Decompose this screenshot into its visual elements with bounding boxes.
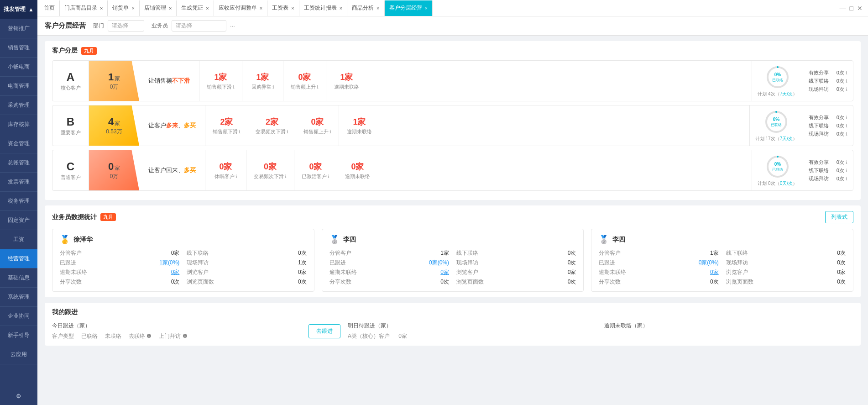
sidebar-collapse-icon[interactable]: ▲ (28, 6, 34, 13)
tab-close-工资统计报表[interactable]: × (340, 5, 342, 11)
sidebar-item-工资[interactable]: 工资 (0, 230, 37, 249)
staff-metric-1-4[interactable]: 逾期未联络0家 (329, 268, 449, 276)
sidebar-settings[interactable]: ⚙ (0, 387, 37, 405)
dept-label: 部门 (93, 22, 104, 30)
staff-name-row-2: 🥈李四 (599, 235, 846, 245)
tab-商品分析[interactable]: 商品分析× (347, 0, 384, 16)
staff-section: 业务员数据统计 九月 列表式 🥇徐泽华分管客户0家线下联络0次已跟进1家(0%)… (45, 205, 861, 297)
staff-metrics-0: 分管客户0家线下联络0次已跟进1家(0%)现场拜访1次逾期未联络0家浏览客户0家… (60, 249, 307, 286)
staff-card-1: 🥈李四分管客户1家线下联络0次已跟进0家(0%)现场拜访0次逾期未联络0家浏览客… (322, 229, 584, 292)
tier-big-num-C: 0 (108, 161, 114, 173)
overdue-label: 逾期未联络（家） (604, 322, 853, 330)
list-view-button[interactable]: 列表式 (825, 211, 853, 223)
maximize-button[interactable]: □ (850, 5, 853, 12)
staff-metric-1-2[interactable]: 已跟进0家(0%) (329, 259, 449, 267)
sidebar-item-税务管理[interactable]: 税务管理 (0, 192, 37, 211)
sidebar-item-采购管理[interactable]: 采购管理 (0, 96, 37, 115)
sidebar-header: 批发管理 ▲ (0, 0, 37, 19)
tier-stat-B-0[interactable]: 2家销售额下滑ℹ (205, 105, 248, 146)
staff-medal-1: 🥈 (329, 235, 340, 245)
staff-metric-0-3: 现场拜访1次 (187, 259, 306, 267)
staff-metric-2-4[interactable]: 逾期未联络0家 (599, 268, 718, 276)
tab-close-工资表[interactable]: × (291, 5, 294, 11)
sidebar-item-基础信息[interactable]: 基础信息 (0, 268, 37, 288)
tab-close-应收应付调整单[interactable]: × (260, 5, 262, 11)
sidebar-item-云应用[interactable]: 云应用 (0, 345, 37, 364)
right-stat-item-线下联络: 线下联络0次 ℹ (809, 78, 847, 84)
tier-stat-B-3[interactable]: 1家逾期未联络 (339, 105, 380, 146)
staff-metric-1-6: 分享次数0次 (329, 278, 449, 286)
sidebar-item-销售管理[interactable]: 销售管理 (0, 38, 37, 58)
staff-section-header: 业务员数据统计 九月 列表式 (52, 211, 853, 223)
tier-stat-B-1[interactable]: 2家交易频次下滑ℹ (248, 105, 296, 146)
tab-工资表[interactable]: 工资表× (267, 0, 299, 16)
right-stat-item-有效分享: 有效分享0次 ℹ (809, 114, 847, 121)
staff-metric-2-2[interactable]: 已跟进0家(0%) (599, 259, 718, 267)
tomorrow-followup-label: 明日待跟进（家） (348, 322, 597, 330)
tier-stat-C-0[interactable]: 0家休眠客户ℹ (205, 150, 246, 190)
tab-close-生成凭证[interactable]: × (206, 5, 209, 11)
tab-生成凭证[interactable]: 生成凭证× (177, 0, 214, 16)
minimize-button[interactable]: — (840, 5, 846, 12)
tier-stat-B-2[interactable]: 0家销售额上升ℹ (296, 105, 339, 146)
staff-select[interactable]: 请选择 (172, 20, 226, 32)
svg-point-4 (766, 112, 786, 132)
sidebar-item-库存核算[interactable]: 库存核算 (0, 115, 37, 134)
dept-select[interactable]: 请选择 (108, 20, 144, 32)
staff-medal-0: 🥇 (60, 235, 70, 245)
sidebar-item-发票管理[interactable]: 发票管理 (0, 173, 37, 192)
go-followup-button[interactable]: 去跟进 (309, 324, 340, 338)
right-stat-item-有效分享: 有效分享0次 ℹ (809, 159, 847, 166)
tier-stat-A-3[interactable]: 1家逾期未联络 (326, 61, 367, 101)
tier-stat-A-1[interactable]: 1家回购异常ℹ (242, 61, 283, 101)
tab-应收应付调整单[interactable]: 应收应付调整单× (214, 0, 267, 16)
sidebar-item-新手引导[interactable]: 新手引导 (0, 326, 37, 345)
tab-工资统计报表[interactable]: 工资统计报表× (299, 0, 347, 16)
tab-销货单[interactable]: 销货单× (108, 0, 139, 16)
right-stats-A: 有效分享0次 ℹ线下联络0次 ℹ现场拜访0次 ℹ (803, 61, 853, 101)
staff-metric-1-1: 线下联络0次 (456, 249, 576, 257)
right-stat-item-现场拜访: 现场拜访0次 ℹ (809, 175, 847, 182)
close-button[interactable]: ✕ (857, 5, 863, 12)
tier-stat-A-0[interactable]: 1家销售额下滑ℹ (199, 61, 242, 101)
tab-close-店铺管理[interactable]: × (169, 5, 172, 11)
sidebar-item-固定资产[interactable]: 固定资产 (0, 211, 37, 230)
tab-close-客户分层经营[interactable]: × (425, 5, 428, 11)
staff-metric-0-1: 线下联络0次 (187, 249, 306, 257)
staff-metric-0-6: 分享次数0次 (60, 278, 179, 286)
tab-首页[interactable]: 首页 (39, 0, 60, 16)
staff-filter: 业务员 请选择 ··· (152, 20, 235, 32)
tier-count-box-C: 0家0万 (89, 150, 139, 190)
tab-客户分层经营[interactable]: 客户分层经营× (385, 0, 433, 16)
tab-门店商品目录[interactable]: 门店商品目录× (60, 0, 108, 16)
staff-metric-0-4[interactable]: 逾期未联络0家 (60, 268, 179, 276)
right-stat-item-有效分享: 有效分享0次 ℹ (809, 69, 847, 76)
sidebar-item-经营管理[interactable]: 经营管理 (0, 249, 37, 268)
tier-amount-B: 0.53万 (106, 128, 122, 136)
tier-stat-C-2[interactable]: 0家已激活客户ℹ (294, 150, 337, 190)
tab-close-销货单[interactable]: × (131, 5, 134, 11)
circle-wrap-C: 0% 已联络 计划 0次（0天/次） (752, 150, 803, 190)
tier-letter-B: B (67, 116, 74, 128)
sidebar-item-资金管理[interactable]: 资金管理 (0, 134, 37, 153)
tab-店铺管理[interactable]: 店铺管理× (140, 0, 177, 16)
tier-amount-C: 0万 (110, 173, 119, 180)
circle-wrap-B: 0% 已联络 计划 17次（7天/次） (749, 105, 803, 146)
page-title: 客户分层经营 (45, 21, 86, 30)
sidebar-item-小畅电商[interactable]: 小畅电商 (0, 58, 37, 77)
staff-metric-1-0: 分管客户1家 (329, 249, 449, 257)
sidebar-item-系统管理[interactable]: 系统管理 (0, 288, 37, 307)
tab-close-门店商品目录[interactable]: × (100, 5, 103, 11)
staff-metric-0-5: 浏览客户0家 (187, 268, 306, 276)
sidebar-item-总账管理[interactable]: 总账管理 (0, 153, 37, 173)
more-options[interactable]: ··· (230, 22, 235, 29)
tier-stat-C-3[interactable]: 0家逾期未联络 (337, 150, 378, 190)
staff-metric-0-2[interactable]: 已跟进1家(0%) (60, 259, 179, 267)
tier-stat-A-2[interactable]: 0家销售额上升ℹ (283, 61, 326, 101)
tab-close-商品分析[interactable]: × (376, 5, 379, 11)
sidebar-item-营销推广[interactable]: 营销推广 (0, 19, 37, 38)
tier-stat-C-1[interactable]: 0家交易频次下滑ℹ (246, 150, 294, 190)
tier-name-C: 普通客户 (61, 174, 81, 181)
sidebar-item-电商管理[interactable]: 电商管理 (0, 77, 37, 96)
sidebar-item-企业协同[interactable]: 企业协同 (0, 307, 37, 326)
